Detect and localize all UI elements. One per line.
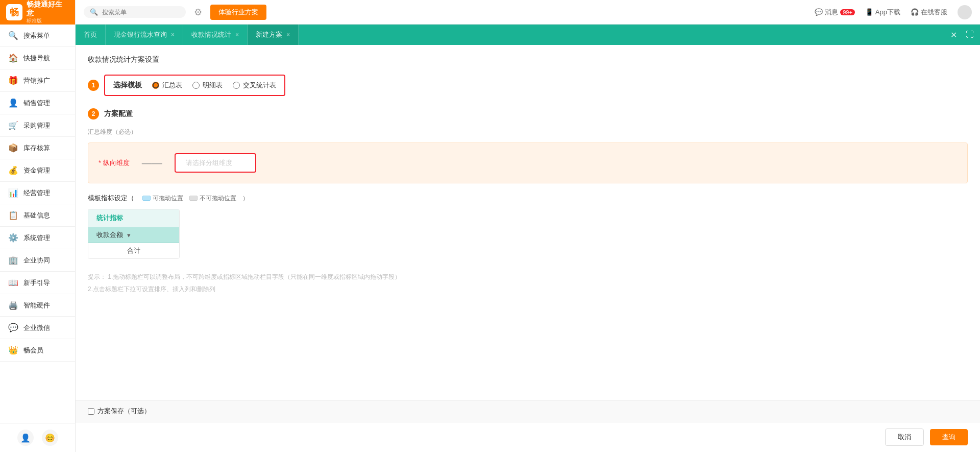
step2-header: 2 方案配置	[88, 108, 968, 120]
message-btn[interactable]: 💬 消息 99+	[815, 8, 855, 17]
sidebar-item-basic-info[interactable]: 📋 基础信息	[0, 204, 75, 227]
tab-home[interactable]: 首页	[76, 25, 106, 45]
tab-receipt-stats[interactable]: 收款情况统计 ×	[183, 25, 248, 45]
close-window-btn[interactable]: ✕	[947, 29, 960, 41]
sidebar-item-search-menu[interactable]: 🔍 搜索菜单	[0, 25, 75, 47]
search-input[interactable]	[102, 9, 174, 16]
user-avatar[interactable]	[958, 5, 972, 19]
save-plan-input[interactable]	[88, 408, 94, 415]
content-area: 收款情况统计方案设置 1 选择模板 汇总表	[76, 45, 980, 452]
sidebar-item-beginner[interactable]: 📖 新手引导	[0, 272, 75, 294]
sidebar-item-purchase[interactable]: 🛒 采购管理	[0, 114, 75, 137]
legend-non-draggable-label: 不可拖动位置	[200, 194, 236, 203]
user-icon: 👤	[8, 98, 18, 108]
sidebar-item-label: 智能硬件	[23, 301, 50, 310]
tip1: 提示： 1.拖动标题栏可以调整布局，不可跨维度或指标区域拖动栏目字段（只能在同一…	[88, 271, 968, 283]
tabbar: 首页 现金银行流水查询 × 收款情况统计 × 新建方案 × ✕ ⛶	[76, 25, 980, 45]
radio-cross-input[interactable]	[233, 82, 240, 89]
step2-label: 方案配置	[104, 109, 133, 118]
message-icon: 💬	[815, 8, 823, 16]
tab-new-plan[interactable]: 新建方案 ×	[248, 25, 299, 45]
sidebar-item-enterprise-collab[interactable]: 🏢 企业协同	[0, 249, 75, 272]
building-icon: 🏢	[8, 255, 18, 265]
online-service-btn[interactable]: 🎧 在线客服	[911, 8, 947, 17]
legend-non-draggable-box	[189, 196, 198, 201]
sidebar-item-marketing[interactable]: 🎁 营销推广	[0, 69, 75, 92]
sidebar-item-quick-nav[interactable]: 🏠 快捷导航	[0, 47, 75, 69]
sidebar-item-label: 销售管理	[23, 99, 50, 108]
sidebar-item-operations[interactable]: 📊 经营管理	[0, 182, 75, 204]
save-plan-label: 方案保存（可选）	[97, 407, 151, 416]
sidebar-item-label: 营销推广	[23, 76, 50, 85]
indicator-subtotal: 合计	[88, 243, 179, 258]
book-icon: 📖	[8, 278, 18, 288]
search-box[interactable]: 🔍	[84, 6, 186, 18]
sidebar-item-system[interactable]: ⚙️ 系统管理	[0, 227, 75, 249]
sidebar-item-label: 企业微信	[23, 323, 50, 332]
tab-bank-flow[interactable]: 现金银行流水查询 ×	[106, 25, 183, 45]
industry-btn[interactable]: 体验行业方案	[210, 5, 266, 20]
tab-bank-flow-label: 现金银行流水查询	[114, 30, 167, 39]
dimension-title: 汇总维度（必选）	[88, 128, 968, 136]
sidebar-item-hardware[interactable]: 🖨️ 智能硬件	[0, 294, 75, 317]
sidebar-item-sales[interactable]: 👤 销售管理	[0, 92, 75, 114]
radio-detail[interactable]: 明细表	[192, 81, 223, 90]
query-button[interactable]: 查询	[930, 429, 968, 445]
indicator-section: 模板指标设定（ 可拖动位置 不可拖动位置 ）	[88, 194, 968, 260]
page-content: 收款情况统计方案设置 1 选择模板 汇总表	[76, 45, 980, 400]
legend-draggable-label: 可拖动位置	[153, 194, 183, 203]
dimension-area: 纵向维度 —— 请选择分组维度	[88, 142, 968, 183]
cancel-button[interactable]: 取消	[885, 429, 924, 446]
step1-label: 选择模板	[113, 81, 142, 90]
tab-bank-flow-close[interactable]: ×	[171, 32, 175, 38]
app-download-btn[interactable]: 📱 App下载	[865, 8, 900, 17]
indicator-table-header: 统计指标	[88, 209, 179, 227]
maximize-window-btn[interactable]: ⛶	[964, 29, 976, 41]
indicator-dropdown-icon[interactable]: ▾	[127, 231, 131, 239]
sidebar-item-member[interactable]: 👑 畅会员	[0, 339, 75, 362]
radio-cross[interactable]: 交叉统计表	[233, 81, 276, 90]
legend-draggable: 可拖动位置	[142, 194, 183, 203]
tab-receipt-stats-close[interactable]: ×	[235, 32, 239, 38]
page-title: 收款情况统计方案设置	[88, 55, 968, 64]
save-plan-checkbox[interactable]: 方案保存（可选）	[88, 407, 151, 416]
radio-detail-input[interactable]	[192, 82, 200, 89]
radio-summary-label: 汇总表	[162, 81, 182, 90]
chat-icon: 💬	[8, 323, 18, 332]
indicator-title: 模板指标设定（	[88, 194, 134, 203]
sidebar: 畅 畅捷通好生意 标准版 🔍 搜索菜单 🏠 快捷导航 🎁 营销推广 👤 销售管理…	[0, 0, 76, 452]
topbar-right: 💬 消息 99+ 📱 App下载 🎧 在线客服	[815, 5, 972, 19]
step1-section: 1 选择模板 汇总表 明细表	[88, 75, 968, 96]
legend-non-draggable: 不可拖动位置	[189, 194, 236, 203]
step1-num: 1	[88, 80, 99, 91]
topbar: 🔍 ⚙ 体验行业方案 💬 消息 99+ 📱 App下载 🎧 在线客服	[76, 0, 980, 25]
vertical-dim-label: 纵向维度	[99, 158, 130, 168]
money-icon: 💰	[8, 165, 18, 175]
sidebar-item-label: 系统管理	[23, 233, 50, 243]
tips-section: 提示： 1.拖动标题栏可以调整布局，不可跨维度或指标区域拖动栏目字段（只能在同一…	[88, 271, 968, 295]
sidebar-item-inventory[interactable]: 📦 库存核算	[0, 137, 75, 159]
sidebar-avatar-1[interactable]: 👤	[17, 430, 34, 446]
sidebar-item-label: 快捷导航	[23, 54, 50, 63]
indicator-row-amount[interactable]: 收款金额 ▾	[88, 227, 179, 243]
radio-summary-input[interactable]	[152, 82, 159, 89]
step2-section: 2 方案配置 汇总维度（必选） 纵向维度 —— 请选择分组维度	[88, 108, 968, 295]
sidebar-logo: 畅 畅捷通好生意 标准版	[0, 0, 75, 25]
search-menu-icon: 🔍	[8, 31, 18, 40]
sidebar-item-capital[interactable]: 💰 资金管理	[0, 159, 75, 182]
footer-section: 方案保存（可选）	[76, 400, 980, 422]
logo-text-area: 畅捷通好生意 标准版	[27, 0, 69, 25]
sidebar-item-label: 搜索菜单	[23, 31, 50, 40]
dim-select[interactable]: 请选择分组维度	[175, 153, 256, 173]
logo-badge: 标准版	[27, 17, 69, 25]
settings-icon[interactable]: ⚙	[194, 7, 202, 18]
sidebar-item-wechat[interactable]: 💬 企业微信	[0, 317, 75, 339]
tabbar-controls: ✕ ⛶	[943, 25, 980, 45]
sidebar-avatar-2[interactable]: 😊	[42, 430, 58, 446]
tab-receipt-stats-label: 收款情况统计	[191, 30, 231, 39]
tab-new-plan-close[interactable]: ×	[286, 32, 290, 38]
radio-summary[interactable]: 汇总表	[152, 81, 182, 90]
sidebar-item-label: 畅会员	[23, 346, 43, 355]
app-download-label: App下载	[875, 8, 900, 17]
cart-icon: 🛒	[8, 121, 18, 130]
